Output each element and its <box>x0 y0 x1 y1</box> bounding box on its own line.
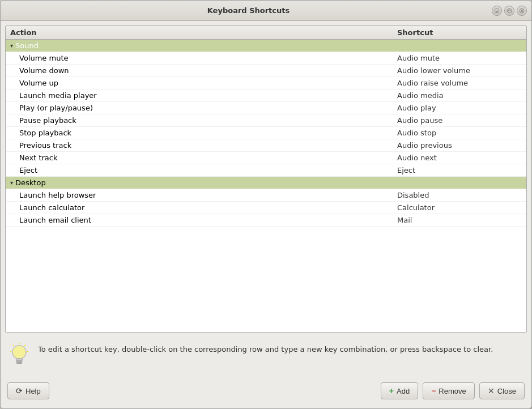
table-row[interactable]: Next track Audio next <box>6 152 526 164</box>
close-button-label: Close <box>497 387 516 395</box>
buttons-right: + Add − Remove ✕ Close <box>381 382 525 399</box>
info-box: To edit a shortcut key, double-click on … <box>5 337 527 376</box>
info-icon-container <box>7 342 31 371</box>
table-row[interactable]: Launch email client Mail <box>6 214 526 227</box>
svg-rect-9 <box>16 362 22 364</box>
table-row[interactable]: Volume up Audio raise volume <box>6 77 526 90</box>
row-shortcut: Audio mute <box>397 54 522 62</box>
row-shortcut: Mail <box>397 216 522 224</box>
table-row[interactable]: Previous track Audio previous <box>6 139 526 152</box>
keyboard-shortcuts-window: Keyboard Shortcuts Action Shortcut <box>0 0 532 409</box>
add-button-label: Add <box>397 387 410 395</box>
row-shortcut: Audio raise volume <box>397 79 522 87</box>
row-shortcut: Audio pause <box>397 116 522 125</box>
category-shortcut <box>397 41 522 50</box>
help-button-label: Help <box>25 387 41 395</box>
svg-rect-7 <box>16 359 22 361</box>
row-action: Volume mute <box>10 54 397 62</box>
row-action: Launch calculator <box>10 203 397 212</box>
add-icon: + <box>389 386 394 395</box>
row-action: Launch media player <box>10 91 397 100</box>
svg-point-6 <box>14 347 24 357</box>
buttons-left: ⟳ Help <box>7 382 49 399</box>
table-body[interactable]: ▾ Sound Volume mute Audio mute Volume do… <box>6 40 526 332</box>
table-row[interactable]: ▾ Sound <box>6 40 526 52</box>
table-row[interactable]: Launch media player Audio media <box>6 90 526 102</box>
remove-button[interactable]: − Remove <box>423 382 475 399</box>
minimize-button[interactable] <box>492 6 502 16</box>
row-action: Launch email client <box>10 216 397 224</box>
table-row[interactable]: Launch calculator Calculator <box>6 202 526 214</box>
close-button[interactable] <box>517 6 527 16</box>
row-shortcut: Calculator <box>397 203 522 212</box>
table-row[interactable]: Play (or play/pause) Audio play <box>6 102 526 114</box>
column-header-action: Action <box>10 28 397 37</box>
help-button[interactable]: ⟳ Help <box>7 382 49 399</box>
row-shortcut: Audio media <box>397 91 522 100</box>
add-button[interactable]: + Add <box>381 382 418 399</box>
row-action: Next track <box>10 154 397 162</box>
column-header-shortcut: Shortcut <box>397 28 522 37</box>
category-label: Sound <box>15 41 39 50</box>
row-shortcut: Disabled <box>397 191 522 199</box>
row-shortcut: Audio stop <box>397 129 522 137</box>
table-row[interactable]: Launch help browser Disabled <box>6 189 526 202</box>
row-shortcut: Eject <box>397 166 522 174</box>
row-shortcut: Audio lower volume <box>397 66 522 75</box>
table-row[interactable]: Pause playback Audio pause <box>6 114 526 127</box>
table-row[interactable]: Volume down Audio lower volume <box>6 65 526 77</box>
row-action: Previous track <box>10 141 397 150</box>
shortcuts-table: Action Shortcut ▾ Sound Volume mute Audi… <box>5 25 527 333</box>
row-action: Pause playback <box>10 116 397 125</box>
svg-line-13 <box>13 345 14 346</box>
category-label: Desktop <box>15 178 46 187</box>
remove-button-label: Remove <box>439 387 466 395</box>
buttons-row: ⟳ Help + Add − Remove ✕ Close <box>5 380 527 404</box>
svg-line-11 <box>24 345 25 346</box>
row-shortcut: Audio play <box>397 104 522 112</box>
row-action: Volume down <box>10 66 397 75</box>
category-arrow-icon: ▾ <box>10 42 13 49</box>
row-action: Play (or play/pause) <box>10 104 397 112</box>
row-shortcut: Audio next <box>397 154 522 162</box>
table-header: Action Shortcut <box>6 26 526 40</box>
table-row[interactable]: ▾ Desktop <box>6 177 526 189</box>
table-row[interactable]: Volume mute Audio mute <box>6 52 526 65</box>
table-row[interactable]: Stop playback Audio stop <box>6 127 526 139</box>
close-dialog-button[interactable]: ✕ Close <box>479 382 525 399</box>
category-action: ▾ Desktop <box>10 178 397 187</box>
category-action: ▾ Sound <box>10 41 397 50</box>
window-title: Keyboard Shortcuts <box>207 6 290 15</box>
category-arrow-icon: ▾ <box>10 180 13 186</box>
help-icon: ⟳ <box>16 386 23 395</box>
row-shortcut: Audio previous <box>397 141 522 150</box>
titlebar: Keyboard Shortcuts <box>1 1 531 21</box>
category-shortcut <box>397 178 522 187</box>
close-icon: ✕ <box>488 386 495 395</box>
row-action: Stop playback <box>10 129 397 137</box>
lightbulb-icon <box>9 343 29 370</box>
titlebar-controls <box>492 6 527 16</box>
row-action: Volume up <box>10 79 397 87</box>
info-text: To edit a shortcut key, double-click on … <box>38 342 493 355</box>
main-content: Action Shortcut ▾ Sound Volume mute Audi… <box>1 21 531 408</box>
row-action: Launch help browser <box>10 191 397 199</box>
remove-icon: − <box>431 386 436 395</box>
row-action: Eject <box>10 166 397 174</box>
maximize-button[interactable] <box>504 6 514 16</box>
table-row[interactable]: Eject Eject <box>6 164 526 177</box>
